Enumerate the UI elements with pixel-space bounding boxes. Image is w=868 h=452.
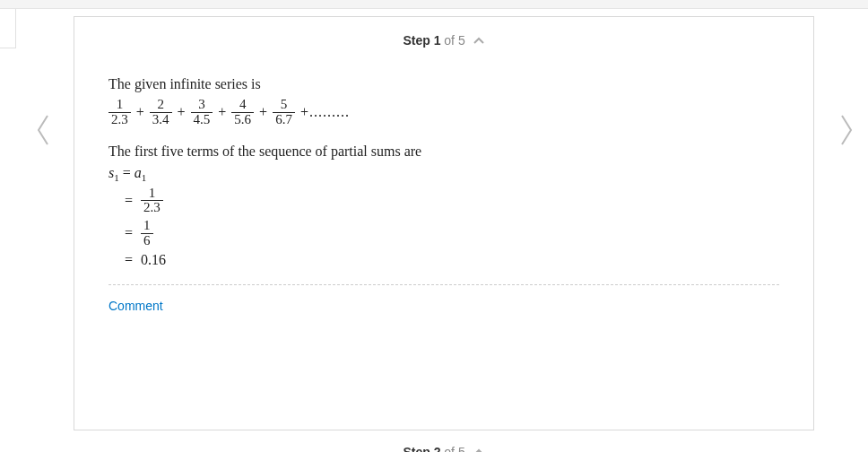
intro-text: The given infinite series is <box>108 76 779 92</box>
chevron-up-icon <box>469 33 485 48</box>
plus-sign: + <box>216 104 228 120</box>
series-term: 5 6.7 <box>273 98 295 127</box>
eq-line-3: = 1 6 <box>108 219 779 248</box>
comment-link[interactable]: Comment <box>108 299 163 340</box>
left-panel-stub <box>0 9 16 48</box>
step-content: The given infinite series is 1 2.3 + 2 3… <box>74 76 813 351</box>
eq-line-1: s1 = a1 <box>108 165 779 183</box>
top-toolbar-stub <box>0 0 868 9</box>
step2-header[interactable]: Step 2 of 5 <box>74 430 814 452</box>
step-header[interactable]: Step 1 of 5 <box>74 17 813 71</box>
series-term: 3 4.5 <box>191 98 213 127</box>
series-expression: 1 2.3 + 2 3.4 + 3 4.5 + 4 5.6 + 5 6.7 <box>108 98 779 127</box>
partial-sums-text: The first five terms of the sequence of … <box>108 143 779 160</box>
series-term: 1 2.3 <box>108 98 131 127</box>
prev-step-arrow[interactable] <box>30 109 57 154</box>
chevron-up-icon <box>469 445 485 452</box>
series-ellipsis: +......... <box>299 104 350 120</box>
step-card: Step 1 of 5 The given infinite series is… <box>74 16 814 452</box>
series-term: 4 5.6 <box>231 98 254 127</box>
step-of-text: of 5 <box>444 445 464 452</box>
plus-sign: + <box>257 104 269 120</box>
step-of-text: of 5 <box>444 33 464 48</box>
chevron-right-icon <box>837 114 855 150</box>
plus-sign: + <box>176 104 187 120</box>
eq-line-2: = 1 2.3 <box>108 187 779 216</box>
plus-sign: + <box>135 104 146 120</box>
series-term: 2 3.4 <box>150 98 172 127</box>
separator <box>108 284 779 285</box>
next-step-arrow[interactable] <box>832 109 859 154</box>
step-label: Step 1 <box>403 33 440 48</box>
s1-computation: s1 = a1 = 1 2.3 = 1 6 = 0.16 <box>108 165 779 268</box>
eq-line-4: = 0.16 <box>108 252 779 268</box>
step-label: Step 2 <box>403 445 440 452</box>
chevron-left-icon <box>35 114 53 150</box>
